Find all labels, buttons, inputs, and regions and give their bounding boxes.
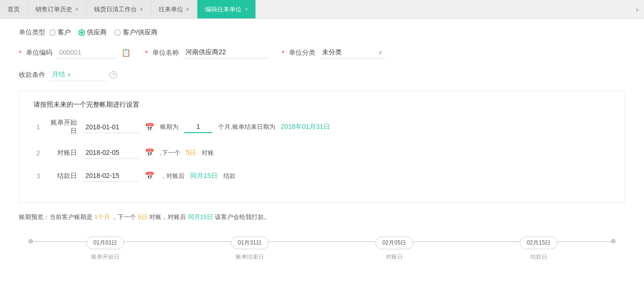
unit-category-label: 单位分类 <box>289 49 315 57</box>
row-3-calendar-icon[interactable]: 📅 <box>145 171 154 180</box>
payment-term-value: 月结 <box>52 70 65 79</box>
payment-term-label: 收款条件 <box>19 71 45 79</box>
unit-type-row: 单位类型 客户 供应商 客户/供应商 <box>19 28 625 37</box>
timeline-label-2: 账单结束日 <box>236 253 264 261</box>
timeline-node-1: 01月01日 账单开始日 <box>86 236 125 261</box>
tab-units-label: 往来单位 <box>159 5 183 14</box>
radio-group-unit-type: 客户 供应商 客户/供应商 <box>49 28 158 37</box>
unit-type-field: 单位类型 客户 供应商 客户/供应商 <box>19 28 158 37</box>
row-3-prefix: ，对账后 <box>160 172 185 180</box>
radio-customer-circle <box>49 29 56 36</box>
row-1-label: 账单开始日 <box>49 118 77 135</box>
radio-both-label: 客户/供应商 <box>123 28 158 37</box>
tab-units[interactable]: 往来单位 × <box>151 0 197 18</box>
main-content: 单位类型 客户 供应商 客户/供应商 * 单位编码 <box>0 19 644 287</box>
row-2-label: 对账日 <box>49 149 77 157</box>
preview-section: 账期预览：当前客户账期是 1个月 ，下一个 5日 对账，对账后 同月15日 该客… <box>19 212 625 270</box>
radio-both[interactable]: 客户/供应商 <box>114 28 158 37</box>
unit-category-value: 未分类 <box>322 48 342 57</box>
preview-part2: 5日 <box>138 213 147 220</box>
preview-label: 账期预览：当前客户账期是 <box>19 213 93 220</box>
unit-category-select[interactable]: 未分类 ∨ <box>319 46 385 59</box>
row-3-date-input[interactable] <box>83 170 139 182</box>
preview-sep1: ，下一个 <box>111 213 136 220</box>
timeline: 01月01日 账单开始日 01月31日 账单结束日 02月05日 对账日 <box>28 236 616 261</box>
row-1-date-input[interactable] <box>83 121 139 133</box>
row-1-months-input[interactable] <box>184 121 212 133</box>
timeline-node-2: 01月31日 账单结束日 <box>231 236 269 261</box>
tab-cashflow-label: 钱货日清工作台 <box>94 5 137 14</box>
timeline-left-dot <box>28 239 33 244</box>
timeline-label-1: 账单开始日 <box>91 253 119 261</box>
row-3-highlight: 同月15日 <box>190 172 218 180</box>
unit-category-chevron-icon: ∨ <box>378 49 382 56</box>
radio-customer[interactable]: 客户 <box>49 28 71 37</box>
preview-sep2: 对账，对账后 <box>149 213 186 220</box>
unit-code-calendar-icon[interactable]: 📋 <box>121 48 131 57</box>
row-2-highlight: 5日 <box>186 149 196 157</box>
unit-code-label: 单位编码 <box>26 49 52 57</box>
tab-sales-history-close[interactable]: × <box>75 6 78 13</box>
tab-edit-unit-label: 编辑往来单位 <box>205 5 242 14</box>
tab-home[interactable]: 首页 <box>0 0 28 18</box>
timeline-right-dot <box>611 239 616 244</box>
row-2-num: 2 <box>34 149 43 157</box>
payment-term-field: 收款条件 月结 ∨ ? <box>19 68 117 81</box>
unit-code-field: * 单位编码 📋 <box>19 47 131 59</box>
row-1-end-date: 2018年01月31日 <box>281 123 330 131</box>
row-2-prefix: ,下一个 <box>160 149 180 157</box>
preview-part1: 1个月 <box>94 213 110 220</box>
tab-cashflow-close[interactable]: × <box>140 6 143 13</box>
timeline-bubble-4: 02月15日 <box>520 236 558 249</box>
panel-title: 请按照未来的一个完整帐期进行设置 <box>34 101 610 109</box>
unit-name-input[interactable] <box>183 47 268 59</box>
tab-bar: 首页 销售订单历史 × 钱货日清工作台 × 往来单位 × 编辑往来单位 × › <box>0 0 644 19</box>
row-1-desc-after: 个月,账单结束日期为 <box>218 123 275 131</box>
row-1-calendar-icon[interactable]: 📅 <box>145 123 154 132</box>
timeline-node-4: 02月15日 结款日 <box>520 236 558 261</box>
timeline-node-3: 02月05日 对账日 <box>375 236 414 261</box>
radio-supplier-circle <box>78 29 85 36</box>
radio-supplier-label: 供应商 <box>87 28 107 37</box>
radio-supplier[interactable]: 供应商 <box>78 28 107 37</box>
row-1-num: 1 <box>34 123 43 131</box>
unit-code-input[interactable] <box>56 47 118 59</box>
unit-code-required: * <box>19 49 21 57</box>
unit-name-label: 单位名称 <box>153 49 179 57</box>
tab-cashflow[interactable]: 钱货日清工作台 × <box>86 0 151 18</box>
timeline-label-4: 结款日 <box>530 253 547 261</box>
tab-edit-unit-close[interactable]: × <box>245 6 248 13</box>
settlement-row-1: 1 账单开始日 📅 账期为 个月,账单结束日期为 2018年01月31日 <box>34 118 610 135</box>
unit-name-field: * 单位名称 <box>145 47 267 59</box>
payment-term-chevron-icon: ∨ <box>67 71 71 78</box>
code-name-category-row: * 单位编码 📋 * 单位名称 * 单位分类 未分类 ∨ <box>19 46 625 59</box>
radio-both-circle <box>114 29 121 36</box>
tab-units-close[interactable]: × <box>186 6 189 13</box>
row-2-calendar-icon[interactable]: 📅 <box>145 148 154 157</box>
tab-more-button[interactable]: › <box>630 0 644 18</box>
row-3-suffix: 结款 <box>223 172 236 180</box>
row-2-date-input[interactable] <box>83 147 139 159</box>
unit-type-label: 单位类型 <box>19 28 45 37</box>
payment-term-row: 收款条件 月结 ∨ ? <box>19 68 625 81</box>
payment-term-select[interactable]: 月结 ∨ <box>49 68 106 81</box>
tab-sales-history[interactable]: 销售订单历史 × <box>28 0 86 18</box>
payment-term-help-icon[interactable]: ? <box>110 71 117 79</box>
tab-edit-unit[interactable]: 编辑往来单位 × <box>197 0 256 18</box>
settlement-row-2: 2 对账日 📅 ,下一个 5日 对账 <box>34 147 610 159</box>
timeline-label-3: 对账日 <box>386 253 403 261</box>
settlement-row-3: 3 结款日 📅 ，对账后 同月15日 结款 <box>34 170 610 182</box>
unit-name-required: * <box>145 49 147 57</box>
timeline-bubble-3: 02月05日 <box>375 236 414 249</box>
timeline-bubble-2: 01月31日 <box>231 236 269 249</box>
tab-home-label: 首页 <box>8 5 20 14</box>
unit-category-required: * <box>282 49 284 57</box>
row-3-label: 结款日 <box>49 172 77 180</box>
unit-category-field: * 单位分类 未分类 ∨ <box>282 46 385 59</box>
row-3-num: 3 <box>34 172 43 180</box>
tab-sales-history-label: 销售订单历史 <box>35 5 72 14</box>
preview-suffix: 该客户会给我打款。 <box>215 213 270 220</box>
timeline-nodes: 01月01日 账单开始日 01月31日 账单结束日 02月05日 对账日 <box>33 236 611 261</box>
timeline-bubble-1: 01月01日 <box>86 236 125 249</box>
row-2-suffix: 对账 <box>202 149 214 157</box>
